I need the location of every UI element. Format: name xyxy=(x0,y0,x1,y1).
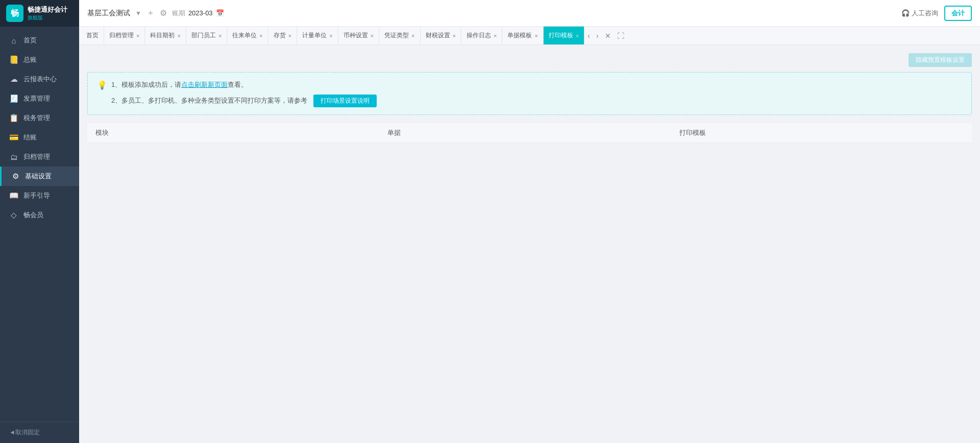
info-line1-after: 查看。 xyxy=(228,81,248,88)
tab-tax_setting[interactable]: 财税设置× xyxy=(421,27,461,45)
sidebar: 畅 畅捷通好会计 旗舰版 ⌂首页📒总账☁云报表中心🧾发票管理📋税务管理💳结账🗂归… xyxy=(0,0,79,443)
settings-icon[interactable]: ⚙ xyxy=(160,8,167,18)
period-value: 2023-03 xyxy=(188,9,213,17)
sidebar-item-guide[interactable]: 📖新手引导 xyxy=(0,186,79,205)
sidebar-label-settings: 基础设置 xyxy=(25,172,52,181)
tab-close-voucher_type[interactable]: × xyxy=(411,33,414,39)
calendar-icon[interactable]: 📅 xyxy=(216,9,224,17)
tab-close-inventory[interactable]: × xyxy=(288,33,291,39)
sidebar-item-ledger[interactable]: 📒总账 xyxy=(0,50,79,69)
topbar: 基层工会测试 ▼ ＋ ⚙ 账期 2023-03 📅 🎧 人工咨询 会计 xyxy=(79,0,980,27)
tab-close-print_template[interactable]: × xyxy=(576,33,579,39)
lightbulb-icon: 💡 xyxy=(97,80,107,90)
sidebar-item-archive[interactable]: 🗂归档管理 xyxy=(0,147,79,167)
tabs-container: 首页归档管理×科目期初×部门员工×往来单位×存货×计量单位×币种设置×凭证类型×… xyxy=(81,27,584,45)
tab-operation_log[interactable]: 操作日志× xyxy=(461,27,502,45)
tab-label-voucher_template: 单据模板 xyxy=(507,31,532,40)
tab-voucher_template[interactable]: 单据模板× xyxy=(502,27,543,45)
tab-close-voucher_template[interactable]: × xyxy=(534,33,537,39)
info-row-2: 💡 2、多员工、多打印机、多种业务类型设置不同打印方案等，请参考 打印场景设置说… xyxy=(97,95,962,107)
tab-inventory[interactable]: 存货× xyxy=(268,27,297,45)
kuaiji-button[interactable]: 会计 xyxy=(944,6,972,21)
logo-title: 畅捷通好会计 xyxy=(28,5,67,14)
sidebar-icon-ledger: 📒 xyxy=(9,55,18,64)
close-all-tabs-button[interactable]: ✕ xyxy=(602,27,614,45)
main-area: 基层工会测试 ▼ ＋ ⚙ 账期 2023-03 📅 🎧 人工咨询 会计 首页归档… xyxy=(79,0,980,443)
sidebar-item-reports[interactable]: ☁云报表中心 xyxy=(0,69,79,89)
sidebar-unpin-button[interactable]: ◄取消固定 xyxy=(0,422,79,443)
table-header: 模块 单据 打印模板 xyxy=(87,123,972,143)
sidebar-icon-settings: ⚙ xyxy=(11,172,20,181)
tab-close-subject[interactable]: × xyxy=(177,33,180,39)
sidebar-label-checkout: 结账 xyxy=(23,133,37,142)
tab-label-partner: 往来单位 xyxy=(232,31,257,40)
refresh-link[interactable]: 点击刷新新页面 xyxy=(181,81,228,88)
sidebar-label-home: 首页 xyxy=(23,36,37,45)
tab-label-department: 部门员工 xyxy=(191,31,216,40)
hide-template-button[interactable]: 隐藏预置模板设置 xyxy=(909,53,972,67)
tab-label-tax_setting: 财税设置 xyxy=(426,31,450,40)
logo-sub: 旗舰版 xyxy=(28,14,67,21)
sidebar-item-checkout[interactable]: 💳结账 xyxy=(0,128,79,147)
customer-service-button[interactable]: 🎧 人工咨询 xyxy=(901,9,938,18)
topbar-left: 基层工会测试 ▼ ＋ ⚙ 账期 2023-03 📅 xyxy=(87,8,224,18)
sidebar-item-member[interactable]: ◇畅会员 xyxy=(0,205,79,225)
sidebar-nav: ⌂首页📒总账☁云报表中心🧾发票管理📋税务管理💳结账🗂归档管理⚙基础设置📖新手引导… xyxy=(0,27,79,422)
sidebar-icon-archive: 🗂 xyxy=(9,153,18,161)
tab-currency[interactable]: 币种设置× xyxy=(338,27,379,45)
sidebar-label-ledger: 总账 xyxy=(23,55,37,64)
sidebar-label-guide: 新手引导 xyxy=(23,191,50,200)
tab-department[interactable]: 部门员工× xyxy=(186,27,227,45)
tab-label-operation_log: 操作日志 xyxy=(467,31,491,40)
tab-home[interactable]: 首页 xyxy=(81,27,104,45)
sidebar-item-home[interactable]: ⌂首页 xyxy=(0,31,79,50)
sidebar-icon-invoice: 🧾 xyxy=(9,94,18,103)
sidebar-item-settings[interactable]: ⚙基础设置 xyxy=(0,167,79,186)
logo-icon: 畅 xyxy=(6,5,23,22)
sidebar-label-archive: 归档管理 xyxy=(23,152,50,161)
tab-partner[interactable]: 往来单位× xyxy=(227,27,268,45)
sidebar-icon-home: ⌂ xyxy=(9,36,18,45)
col-print-template: 打印模板 xyxy=(671,123,972,143)
tab-close-department[interactable]: × xyxy=(218,33,222,39)
company-dropdown-icon[interactable]: ▼ xyxy=(135,10,141,17)
sidebar-item-invoice[interactable]: 🧾发票管理 xyxy=(0,89,79,108)
hide-template-container: 隐藏预置模板设置 xyxy=(87,53,972,67)
sidebar-logo: 畅 畅捷通好会计 旗舰版 xyxy=(0,0,79,27)
tab-close-operation_log[interactable]: × xyxy=(494,33,497,39)
tab-close-currency[interactable]: × xyxy=(371,33,374,39)
tab-close-partner[interactable]: × xyxy=(259,33,262,39)
tab-archive[interactable]: 归档管理× xyxy=(104,27,145,45)
tab-voucher_type[interactable]: 凭证类型× xyxy=(379,27,420,45)
print-template-table: 模块 单据 打印模板 xyxy=(87,123,972,143)
tab-close-tax_setting[interactable]: × xyxy=(453,33,456,39)
table-header-row: 模块 单据 打印模板 xyxy=(87,123,972,143)
tabs-bar: 首页归档管理×科目期初×部门员工×往来单位×存货×计量单位×币种设置×凭证类型×… xyxy=(79,27,980,45)
tab-label-currency: 币种设置 xyxy=(344,31,368,40)
tabs-next-button[interactable]: › xyxy=(593,27,602,45)
info-box: 💡 1、模板添加成功后，请点击刷新新页面查看。 💡 2、多员工、多打印机、多种业… xyxy=(87,72,972,115)
tab-label-inventory: 存货 xyxy=(274,31,286,40)
tab-subject[interactable]: 科目期初× xyxy=(145,27,186,45)
info-row-1: 💡 1、模板添加成功后，请点击刷新新页面查看。 xyxy=(97,80,962,90)
print-explain-button[interactable]: 打印场景设置说明 xyxy=(313,95,377,107)
col-module: 模块 xyxy=(87,123,379,143)
tabs-prev-button[interactable]: ‹ xyxy=(584,27,593,45)
sidebar-icon-guide: 📖 xyxy=(9,191,18,200)
tab-unit[interactable]: 计量单位× xyxy=(297,27,338,45)
tab-close-unit[interactable]: × xyxy=(329,33,332,39)
sidebar-icon-reports: ☁ xyxy=(9,75,18,84)
tab-label-home: 首页 xyxy=(86,31,99,40)
sidebar-label-tax: 税务管理 xyxy=(23,113,50,123)
info-line2-text: 2、多员工、多打印机、多种业务类型设置不同打印方案等，请参考 xyxy=(111,97,307,104)
sidebar-icon-tax: 📋 xyxy=(9,113,18,123)
tab-label-print_template: 打印模板 xyxy=(549,31,573,40)
info-text-1: 1、模板添加成功后，请点击刷新新页面查看。 xyxy=(111,80,248,90)
add-tab-button[interactable]: ＋ xyxy=(146,8,155,18)
tab-close-archive[interactable]: × xyxy=(136,33,139,39)
expand-tabs-button[interactable]: ⛶ xyxy=(614,27,627,45)
tab-print_template[interactable]: 打印模板× xyxy=(544,27,584,45)
tab-label-subject: 科目期初 xyxy=(150,31,175,40)
col-document: 单据 xyxy=(379,123,671,143)
sidebar-item-tax[interactable]: 📋税务管理 xyxy=(0,108,79,128)
